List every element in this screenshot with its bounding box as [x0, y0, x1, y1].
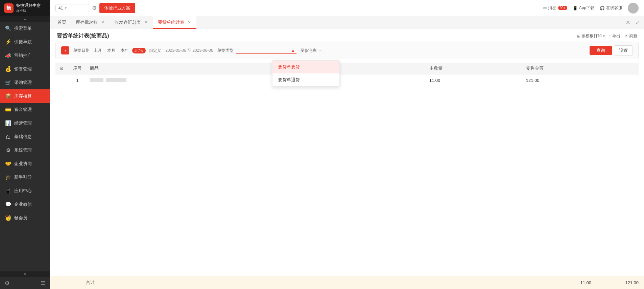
tab-batch[interactable]: 库存批次账✕ — [71, 16, 110, 29]
app-download-label: App下载 — [579, 5, 594, 11]
tab-close-batch[interactable]: ✕ — [100, 20, 105, 25]
logo-icon: 畅 — [4, 3, 14, 13]
sidebar-item-inventory[interactable]: 📦 库存核算 — [0, 89, 50, 103]
refresh-btn[interactable]: ↺ 刷新 — [624, 33, 637, 39]
query-button[interactable]: 查询 — [590, 46, 612, 55]
sidebar-item-newguide[interactable]: 🎓 新手引导 — [0, 171, 50, 184]
date-label: 单据日期 — [73, 48, 90, 53]
online-service-btn[interactable]: 🎧 在线客服 — [600, 5, 622, 11]
col-quantity-header: 主数量 — [425, 63, 522, 74]
col-amount-header: 零售金额 — [522, 63, 639, 74]
user-avatar[interactable] — [628, 3, 639, 14]
dropdown-item-requisition_order[interactable]: 要货单要货 — [272, 61, 339, 73]
date-shortcut-0[interactable]: 上月 — [92, 47, 104, 54]
footer-settings-icon[interactable]: ⚙ — [5, 280, 9, 286]
app-download-btn[interactable]: 📱 App下载 — [573, 5, 594, 11]
type-arrow-icon[interactable]: ▲ — [290, 48, 296, 53]
sidebar-item-appcenter[interactable]: 📱 应用中心 — [0, 184, 50, 198]
table-head: ⚙ 序号 商品 主计量单位 主数量 零售金额 — [55, 63, 639, 74]
row-product-cell — [86, 74, 289, 86]
tab-close-all-btn[interactable]: ✕ — [624, 19, 631, 26]
sidebar-label-purchase: 采购管理 — [14, 80, 32, 86]
col-settings-icon[interactable]: ⚙ — [59, 66, 64, 71]
row-quantity-cell: 11.00 — [425, 74, 522, 86]
type-label: 单据类型 — [217, 48, 234, 53]
sidebar-item-finance[interactable]: 💳 资金管理 — [0, 103, 50, 116]
sidebar-label-sales: 销售管理 — [14, 66, 32, 72]
sidebar-icon-finance: 💳 — [5, 106, 11, 113]
sidebar-logo: 畅 畅捷通好生意 标准版 — [0, 0, 50, 16]
print-icon: 🖨 — [576, 34, 580, 39]
product-bar-2 — [106, 78, 126, 82]
sidebar-item-enterprise[interactable]: 🤝 企业协同 — [0, 157, 50, 171]
sidebar-item-system[interactable]: ⚙ 系统管理 — [0, 143, 50, 157]
footer-amount: 121.00 — [598, 280, 639, 285]
sidebar-item-quicknav[interactable]: ⚡ 快捷导航 — [0, 35, 50, 49]
warehouse-more-icon[interactable]: ··· — [319, 48, 323, 53]
sidebar-icon-wechat: 💬 — [5, 201, 11, 208]
refresh-label: 刷新 — [629, 33, 637, 39]
sidebar-item-sales[interactable]: 💰 销售管理 — [0, 62, 50, 76]
topbar-settings-icon[interactable]: ⚙ — [92, 5, 97, 11]
sidebar-footer: ⚙ ☰ — [0, 277, 50, 289]
sidebar-label-newguide: 新手引导 — [14, 174, 32, 180]
footer-label: 合计 — [86, 280, 95, 286]
sidebar-label-system: 系统管理 — [14, 147, 32, 153]
export-label: 导出 — [612, 33, 620, 39]
tab-requisition[interactable]: 要货单统计表✕ — [153, 16, 196, 29]
sidebar-item-business[interactable]: 📊 经营管理 — [0, 116, 50, 130]
sidebar-icon-appcenter: 📱 — [5, 187, 11, 194]
filter-expand-btn[interactable]: › — [61, 46, 69, 54]
sidebar-item-purchase[interactable]: 🛒 采购管理 — [0, 76, 50, 89]
tab-close-sendreceive[interactable]: ✕ — [144, 20, 148, 25]
print-btn[interactable]: 🖨 按模板打印 ▾ — [576, 33, 605, 39]
dropdown-item-requisition_return[interactable]: 要货单退货 — [272, 73, 339, 86]
page-content: 要货单统计表(按商品) 🖨 按模板打印 ▾ ↑ 导出 ↺ 刷新 › — [50, 29, 644, 289]
row-amount-cell: 121.00 — [522, 74, 639, 86]
sidebar-label-wechat: 企业微信 — [14, 201, 32, 207]
tab-sendreceive[interactable]: 收发存汇总表✕ — [110, 16, 153, 29]
type-input[interactable] — [236, 47, 290, 53]
page-title: 要货单统计表(按商品) — [57, 32, 109, 40]
main-area: 41 ▾ ⚙ 体验行业方案 ✉ 消息 99+ 📱 App下载 🎧 在线客服 — [50, 0, 644, 289]
date-shortcut-1[interactable]: 本月 — [105, 47, 117, 54]
print-arrow-icon: ▾ — [603, 34, 605, 38]
date-shortcut-3[interactable]: 近7天 — [132, 48, 146, 53]
table-container: ⚙ 序号 商品 主计量单位 主数量 零售金额 1 — [50, 63, 644, 276]
tab-expand-btn[interactable]: ⤢ — [634, 19, 641, 26]
date-shortcut-4[interactable]: 自定义 — [147, 47, 163, 54]
col-num-header: 序号 — [69, 63, 86, 74]
type-select-wrapper: ▲ — [236, 47, 296, 54]
sidebar-icon-sales: 💰 — [5, 66, 11, 72]
message-btn[interactable]: ✉ 消息 99+ — [543, 5, 567, 11]
product-bar-1 — [90, 78, 103, 82]
export-btn[interactable]: ↑ 导出 — [609, 33, 620, 39]
store-selector[interactable]: 41 ▾ — [55, 4, 89, 12]
sidebar-label-search: 搜索菜单 — [14, 25, 32, 31]
app-download-icon: 📱 — [573, 6, 578, 10]
trial-button[interactable]: 体验行业方案 — [99, 3, 135, 13]
logo-subtitle: 标准版 — [16, 8, 41, 13]
sidebar-item-marketing[interactable]: 📣 营销推广 — [0, 49, 50, 62]
table-body: 1 块 11.00 121.00 — [55, 74, 639, 86]
tab-home[interactable]: 首页 — [53, 16, 71, 29]
store-chevron-icon: ▾ — [65, 6, 67, 10]
sidebar-label-inventory: 库存核算 — [14, 93, 32, 99]
print-label: 按模板打印 — [581, 33, 602, 39]
footer-menu-icon[interactable]: ☰ — [41, 280, 45, 286]
sidebar-scroll-up[interactable]: ▲ — [0, 16, 50, 22]
sidebar-item-member[interactable]: 👑 畅会员 — [0, 211, 50, 225]
sidebar-item-wechat[interactable]: 💬 企业微信 — [0, 198, 50, 211]
sidebar-icon-business: 📊 — [5, 120, 11, 127]
date-shortcut-2[interactable]: 本年 — [119, 47, 131, 54]
sidebar-scroll-down[interactable]: ▼ — [0, 271, 50, 277]
footer-quantity: 11.00 — [551, 280, 591, 285]
sidebar-icon-newguide: 🎓 — [5, 174, 11, 181]
table-footer: 合计 11.00 121.00 — [50, 276, 644, 289]
sidebar-item-search[interactable]: 🔍 搜索菜单 — [0, 22, 50, 35]
tab-close-requisition[interactable]: ✕ — [187, 20, 192, 25]
sidebar-item-base[interactable]: 🗂 基础信息 — [0, 130, 50, 143]
export-icon: ↑ — [609, 34, 611, 39]
filter-settings-button[interactable]: 设置 — [614, 45, 633, 55]
sidebar-icon-search: 🔍 — [5, 25, 11, 32]
